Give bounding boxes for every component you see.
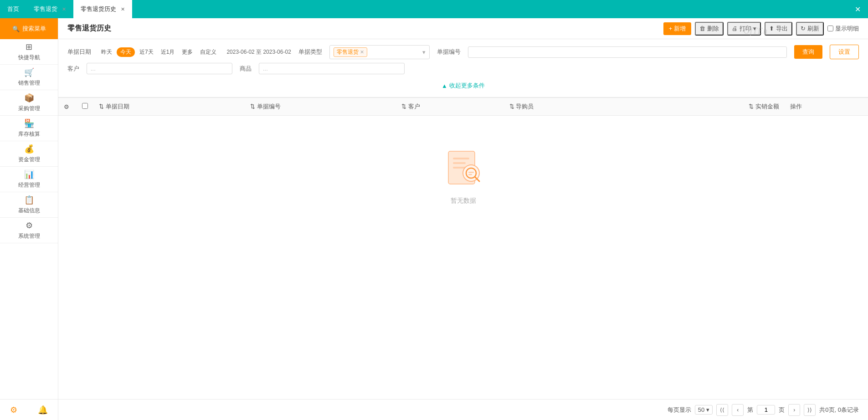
sales-mgmt-icon: 🛒 bbox=[24, 67, 34, 77]
print-dropdown-icon: ▾ bbox=[753, 25, 756, 32]
th-checkbox[interactable] bbox=[77, 98, 93, 116]
sort-guide-icon: ⇅ bbox=[509, 103, 514, 110]
show-detail-checkbox[interactable] bbox=[827, 26, 833, 31]
refresh-icon: ↻ bbox=[801, 25, 806, 32]
goods-label: 商品 bbox=[240, 65, 252, 73]
bill-type-select[interactable]: 零售退货 ✕ ▾ bbox=[329, 45, 430, 59]
date-btn-last-month[interactable]: 近1月 bbox=[158, 47, 178, 57]
sort-amount-icon: ⇅ bbox=[749, 103, 754, 110]
svg-rect-8 bbox=[468, 174, 472, 175]
page-prefix: 第 bbox=[747, 406, 753, 414]
date-btn-last7[interactable]: 近7天 bbox=[137, 47, 156, 57]
sort-customer-icon: ⇅ bbox=[401, 103, 406, 110]
settings-bottom-icon[interactable]: ⚙ bbox=[10, 405, 17, 415]
last-page-button[interactable]: ⟩⟩ bbox=[804, 404, 816, 416]
show-detail-checkbox-label[interactable]: 显示明细 bbox=[827, 25, 859, 33]
empty-state: 暂无数据 bbox=[58, 116, 868, 219]
delete-button[interactable]: 🗑 删除 bbox=[695, 22, 724, 36]
svg-rect-1 bbox=[453, 158, 469, 159]
sidebar-item-basic-info[interactable]: 📋 基础信息 bbox=[0, 192, 58, 218]
sidebar-item-quick-nav[interactable]: ⊞ 快捷导航 bbox=[0, 39, 58, 65]
collapse-button[interactable]: ▲ 收起更多条件 bbox=[436, 80, 490, 92]
th-actual-amount[interactable]: ⇅ 实销金额 bbox=[633, 98, 785, 116]
page-header: 零售退货历史 + 新增 🗑 删除 🖨 打印 ▾ ⬆ 导出 ↻ bbox=[58, 18, 868, 39]
tab-retail-return[interactable]: 零售退货 ✕ bbox=[26, 0, 73, 18]
select-all-checkbox[interactable] bbox=[82, 103, 88, 109]
close-tab-retail-return[interactable]: ✕ bbox=[62, 6, 66, 12]
sidebar-item-purchase-mgmt[interactable]: 📦 采购管理 bbox=[0, 90, 58, 116]
page-suffix: 页 bbox=[779, 406, 785, 414]
sidebar-item-operations[interactable]: 📊 经营管理 bbox=[0, 167, 58, 192]
first-page-button[interactable]: ⟨⟨ bbox=[716, 404, 728, 416]
main-layout: 🔍 搜索菜单 ⊞ 快捷导航 🛒 销售管理 📦 采购管理 🏪 库存核算 💰 bbox=[0, 18, 868, 420]
bill-type-tag-close[interactable]: ✕ bbox=[360, 49, 364, 55]
sidebar-nav: ⊞ 快捷导航 🛒 销售管理 📦 采购管理 🏪 库存核算 💰 资金管理 📊 bbox=[0, 39, 58, 399]
data-table: ⚙ ⇅ 单据日期 ⇅ 单据编号 bbox=[58, 97, 868, 219]
tab-retail-return-history[interactable]: 零售退货历史 ✕ bbox=[73, 0, 132, 18]
bill-no-input[interactable] bbox=[468, 46, 787, 58]
search-icon: 🔍 bbox=[12, 26, 20, 32]
tab-home[interactable]: 首页 bbox=[0, 0, 26, 18]
next-page-button[interactable]: › bbox=[788, 404, 800, 416]
th-bill-date[interactable]: ⇅ 单据日期 bbox=[93, 98, 245, 116]
purchase-mgmt-icon: 📦 bbox=[24, 93, 34, 103]
notification-icon[interactable]: 🔔 bbox=[38, 405, 48, 415]
print-button[interactable]: 🖨 打印 ▾ bbox=[727, 22, 761, 36]
date-btn-more[interactable]: 更多 bbox=[179, 47, 195, 57]
close-tab-retail-return-history[interactable]: ✕ bbox=[121, 6, 125, 12]
print-icon: 🖨 bbox=[732, 25, 738, 32]
filter-row-1: 单据日期 昨天 今天 近7天 近1月 更多 自定义 2023-06-02 至 2… bbox=[67, 45, 859, 59]
date-shortcuts: 昨天 今天 近7天 近1月 更多 自定义 bbox=[98, 47, 219, 57]
page-size-select[interactable]: 50 ▾ bbox=[695, 405, 713, 415]
filter-area: 单据日期 昨天 今天 近7天 近1月 更多 自定义 2023-06-02 至 2… bbox=[58, 39, 868, 97]
total-info: 共0页, 0条记录 bbox=[819, 406, 859, 414]
query-button[interactable]: 查询 bbox=[794, 45, 822, 59]
pagination: 每页显示 50 ▾ ⟨⟨ ‹ 第 页 › ⟩⟩ 共0页, 0条记录 bbox=[58, 399, 868, 420]
page-title: 零售退货历史 bbox=[67, 24, 111, 33]
current-page-input[interactable] bbox=[757, 405, 775, 415]
sidebar-bottom: ⚙ 🔔 bbox=[0, 399, 58, 420]
bill-no-label: 单据编号 bbox=[437, 48, 461, 56]
prev-page-button[interactable]: ‹ bbox=[732, 404, 744, 416]
customer-placeholder: ... bbox=[91, 65, 96, 72]
settings-button[interactable]: 设置 bbox=[830, 45, 859, 59]
empty-state-text: 暂无数据 bbox=[451, 197, 476, 205]
sidebar-item-system-mgmt[interactable]: ⚙ 系统管理 bbox=[0, 218, 58, 243]
th-guide[interactable]: ⇅ 导购员 bbox=[504, 98, 633, 116]
svg-rect-7 bbox=[468, 172, 474, 173]
sidebar-item-sales-mgmt[interactable]: 🛒 销售管理 bbox=[0, 65, 58, 90]
bill-type-tag: 零售退货 ✕ bbox=[334, 47, 367, 57]
date-btn-today[interactable]: 今天 bbox=[117, 47, 135, 57]
header-actions: + 新增 🗑 删除 🖨 打印 ▾ ⬆ 导出 ↻ 刷新 bbox=[663, 22, 859, 36]
th-bill-no[interactable]: ⇅ 单据编号 bbox=[245, 98, 396, 116]
export-button[interactable]: ⬆ 导出 bbox=[765, 22, 792, 36]
sort-bill-no-icon: ⇅ bbox=[250, 103, 255, 110]
refresh-button[interactable]: ↻ 刷新 bbox=[796, 22, 824, 36]
goods-input[interactable]: ... bbox=[259, 63, 405, 74]
inventory-icon: 🏪 bbox=[24, 118, 34, 128]
search-menu-button[interactable]: 🔍 搜索菜单 bbox=[0, 18, 58, 39]
customer-input[interactable]: ... bbox=[87, 63, 232, 74]
bill-type-label: 单据类型 bbox=[298, 48, 322, 56]
th-customer[interactable]: ⇅ 客户 bbox=[396, 98, 504, 116]
delete-icon: 🗑 bbox=[699, 25, 705, 32]
th-operation: 操作 bbox=[785, 98, 868, 116]
operations-icon: 📊 bbox=[24, 169, 34, 179]
empty-state-icon bbox=[438, 143, 488, 193]
page-size-label: 每页显示 bbox=[668, 406, 691, 414]
date-btn-custom[interactable]: 自定义 bbox=[197, 47, 219, 57]
date-range-display: 2023-06-02 至 2023-06-02 bbox=[226, 48, 291, 56]
close-window-button[interactable]: ✕ bbox=[855, 5, 861, 14]
sidebar-item-finance[interactable]: 💰 资金管理 bbox=[0, 141, 58, 167]
table-wrapper: ⚙ ⇅ 单据日期 ⇅ 单据编号 bbox=[58, 97, 868, 399]
collapse-row: ▲ 收起更多条件 bbox=[67, 78, 859, 93]
gear-icon[interactable]: ⚙ bbox=[64, 103, 69, 110]
date-btn-yesterday[interactable]: 昨天 bbox=[98, 47, 115, 57]
quick-nav-icon: ⊞ bbox=[26, 42, 32, 52]
add-button[interactable]: + 新增 bbox=[663, 22, 691, 35]
sidebar-item-inventory[interactable]: 🏪 库存核算 bbox=[0, 116, 58, 141]
th-gear[interactable]: ⚙ bbox=[58, 98, 77, 116]
export-icon: ⬆ bbox=[769, 25, 774, 32]
goods-placeholder: ... bbox=[263, 65, 268, 72]
page-size-dropdown-icon: ▾ bbox=[706, 406, 709, 413]
